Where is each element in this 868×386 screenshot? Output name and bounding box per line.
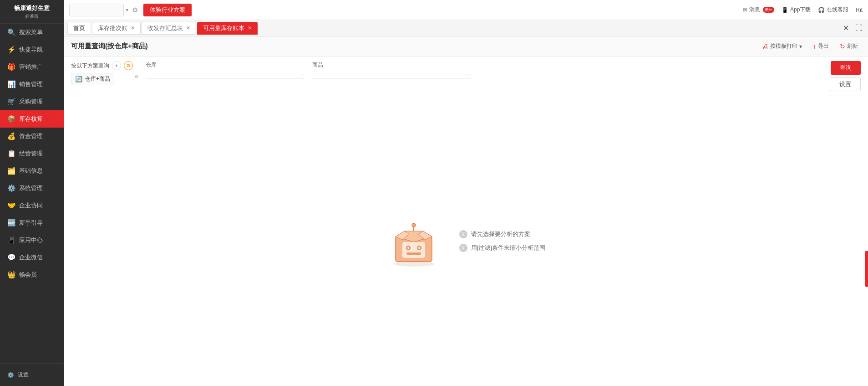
- sidebar-item-corp[interactable]: 🤝 企业协同: [0, 197, 64, 214]
- sidebar-item-sales[interactable]: 📊 销售管理: [0, 76, 64, 93]
- sidebar-item-marketing[interactable]: 🎁 营销推广: [0, 58, 64, 76]
- empty-state: ① 请先选择要分析的方案 ② 用[过滤]条件来缩小分析范围: [64, 96, 868, 386]
- print-button[interactable]: 🖨 按模板打印 ▾: [759, 41, 805, 51]
- tab-expand-button[interactable]: ⛶: [853, 23, 864, 33]
- topbar-app-download[interactable]: 📱 App下载: [782, 6, 811, 14]
- page-header: 可用量查询(按仓库+商品) 🖨 按模板打印 ▾ ↑ 导出 ↻ 刷新: [64, 36, 868, 57]
- sidebar-nav: 🔍 搜索菜单 ⚡ 快捷导航 🎁 营销推广 📊 销售管理 🛒 采购管理 📦 库存核…: [0, 24, 64, 363]
- topbar-exp-button[interactable]: 体验行业方案: [143, 4, 192, 16]
- export-icon: ↑: [813, 43, 816, 50]
- svg-rect-11: [406, 252, 421, 255]
- empty-hint-2: ② 用[过滤]条件来缩小分析范围: [459, 244, 545, 252]
- sidebar-item-label: 基础信息: [19, 167, 43, 175]
- sidebar-item-apps[interactable]: 📱 应用中心: [0, 232, 64, 249]
- tab-available-close-icon[interactable]: ✕: [248, 25, 252, 31]
- svg-point-13: [412, 223, 416, 227]
- gift-icon: 🎁: [7, 63, 15, 71]
- svg-point-9: [407, 247, 409, 249]
- topbar-online-service[interactable]: 🎧 在线客服: [818, 6, 848, 14]
- sidebar-item-label: 搜索菜单: [19, 28, 43, 36]
- svg-point-0: [393, 261, 434, 267]
- goods-field-label: 商品: [312, 61, 472, 69]
- chat-icon: 💬: [7, 253, 15, 262]
- tabs-bar: 首页 库存批次账 ✕ 收发存汇总表 ✕ 可用量库存账本 ✕ ✕ ⛶: [64, 20, 868, 36]
- page-title: 可用量查询(按仓库+商品): [71, 42, 148, 51]
- print-label: 按模板打印: [770, 42, 797, 50]
- topbar-user[interactable]: Rit: [856, 7, 863, 13]
- empty-illustration: [386, 218, 441, 264]
- sidebar-item-label: 企业微信: [19, 253, 43, 262]
- filter-add-button[interactable]: +: [112, 61, 121, 70]
- message-badge: 99+: [763, 7, 774, 13]
- empty-hint-1: ① 请先选择要分析的方案: [459, 230, 545, 238]
- sidebar-item-member[interactable]: 👑 畅会员: [0, 266, 64, 283]
- main-area: ▾ ⚙ 体验行业方案 ✉ 消息 99+ 📱 App下载 🎧 在线客服 Rit: [64, 0, 868, 386]
- sidebar-item-inventory[interactable]: 📦 库存核算: [0, 110, 64, 128]
- lightning-icon: ⚡: [7, 46, 15, 54]
- sidebar-item-purchase[interactable]: 🛒 采购管理: [0, 93, 64, 110]
- sidebar-logo-tag: 标准版: [25, 13, 39, 20]
- sidebar-item-label: 经营管理: [19, 149, 43, 158]
- cart-icon: 🛒: [7, 98, 15, 106]
- headset-icon: 🎧: [818, 7, 825, 13]
- sidebar-item-basic[interactable]: 🗂️ 基础信息: [0, 162, 64, 180]
- sidebar-item-shortcut[interactable]: ⚡ 快捷导航: [0, 41, 64, 58]
- print-chevron-icon: ▾: [799, 43, 802, 50]
- print-icon: 🖨: [762, 43, 768, 50]
- right-scrollbar[interactable]: [865, 251, 868, 287]
- chart-icon: 📊: [7, 80, 15, 88]
- tab-summary[interactable]: 收发存汇总表 ✕: [142, 22, 196, 35]
- folder-icon: 🗂️: [7, 167, 15, 175]
- search-icon: 🔍: [7, 28, 15, 36]
- tab-available[interactable]: 可用量库存账本 ✕: [197, 22, 258, 35]
- goods-input[interactable]: [312, 70, 464, 77]
- topbar: ▾ ⚙ 体验行业方案 ✉ 消息 99+ 📱 App下载 🎧 在线客服 Rit: [64, 0, 868, 20]
- sidebar-item-finance[interactable]: 💰 资金管理: [0, 128, 64, 145]
- sidebar-item-wechat[interactable]: 💬 企业微信: [0, 249, 64, 266]
- sidebar-item-search[interactable]: 🔍 搜索菜单: [0, 24, 64, 41]
- filter-scheme-section: 按以下方案查询 + ⚙ 🔄 仓库+商品: [71, 61, 133, 85]
- hint-text-1: 请先选择要分析的方案: [471, 230, 530, 238]
- tab-home[interactable]: 首页: [67, 22, 91, 35]
- box-icon: 📦: [7, 115, 15, 123]
- sidebar-item-label: 销售管理: [19, 80, 43, 88]
- tab-summary-close-icon[interactable]: ✕: [186, 25, 190, 31]
- query-button[interactable]: 查询: [831, 61, 861, 75]
- online-service-label: 在线客服: [827, 6, 848, 14]
- topbar-gear-icon[interactable]: ⚙: [132, 6, 138, 14]
- topbar-search-input[interactable]: [69, 4, 124, 16]
- message-label: 消息: [749, 6, 760, 14]
- settings-button[interactable]: 设置: [830, 77, 861, 91]
- topbar-dropdown-icon[interactable]: ▾: [126, 7, 128, 13]
- warehouse-input[interactable]: [146, 70, 297, 77]
- filter-collapse-icon[interactable]: «: [135, 72, 138, 80]
- tab-batch-close-icon[interactable]: ✕: [131, 25, 135, 31]
- filter-scheme-warehouse-goods[interactable]: 🔄 仓库+商品: [71, 73, 114, 85]
- tab-close-all-button[interactable]: ✕: [841, 23, 851, 33]
- topbar-search-area: ▾: [69, 4, 128, 16]
- filter-actions: 查询 设置: [830, 61, 861, 91]
- goods-more-icon[interactable]: …: [466, 70, 472, 77]
- topbar-right: ✉ 消息 99+ 📱 App下载 🎧 在线客服 Rit: [743, 6, 863, 14]
- sidebar-item-system[interactable]: ⚙️ 系统管理: [0, 180, 64, 197]
- export-label: 导出: [818, 42, 829, 50]
- tab-batch-label: 库存批次账: [98, 24, 127, 32]
- refresh-button[interactable]: ↻ 刷新: [837, 41, 861, 51]
- filter-config-button[interactable]: ⚙: [124, 61, 133, 70]
- sidebar-item-label: 系统管理: [19, 184, 43, 192]
- sidebar-item-operation[interactable]: 📋 经营管理: [0, 145, 64, 162]
- settings-icon: ⚙️: [7, 372, 14, 378]
- warehouse-more-icon[interactable]: …: [299, 70, 305, 77]
- goods-field-input-wrap: …: [312, 70, 472, 78]
- sidebar-bottom-label: 设置: [18, 371, 29, 379]
- sidebar-item-label: 营销推广: [19, 63, 43, 71]
- topbar-message[interactable]: ✉ 消息 99+: [743, 6, 774, 14]
- sidebar-settings[interactable]: ⚙️ 设置: [0, 367, 64, 382]
- tab-available-label: 可用量库存账本: [203, 24, 244, 32]
- user-name: Rit: [856, 7, 863, 13]
- export-button[interactable]: ↑ 导出: [810, 41, 832, 51]
- tab-batch[interactable]: 库存批次账 ✕: [92, 22, 141, 35]
- hint-num-2: ②: [459, 244, 467, 252]
- sidebar-item-newbie[interactable]: 🆕 新手引导: [0, 214, 64, 232]
- money-icon: 💰: [7, 132, 15, 140]
